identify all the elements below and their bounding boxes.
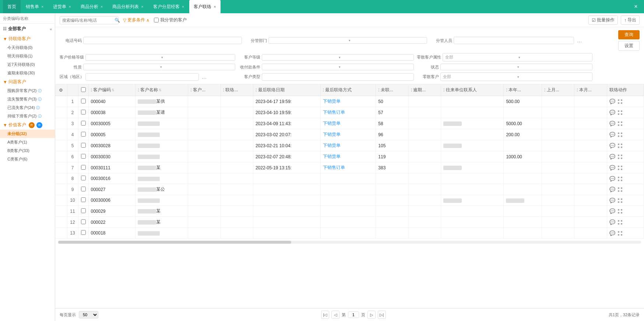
page-number-input[interactable] <box>348 311 359 318</box>
tab-product-analysis-close[interactable]: × <box>101 4 103 9</box>
filter-dept-select[interactable]: ▾ <box>268 37 427 44</box>
sidebar-item-class-a[interactable]: A类客户(1) <box>0 138 55 147</box>
more-filter-button[interactable]: ▽ 更多条件 ∧ <box>122 16 151 24</box>
th-partner-contact[interactable]: : 往来单位联系人 <box>441 84 504 96</box>
message-icon[interactable]: 💬 <box>609 132 615 137</box>
th-this-year[interactable]: : 本年... <box>504 84 542 96</box>
sidebar-group-value-customers[interactable]: ▼ 价值客户 R ⟳ <box>0 120 55 130</box>
tab-product-analysis-list-close[interactable]: × <box>141 4 143 9</box>
message-icon[interactable]: 💬 <box>609 121 615 126</box>
contact-type-link[interactable]: 下销货单 <box>323 121 341 126</box>
th-last-contact-date[interactable]: : 最后联络日期 <box>253 84 320 96</box>
grid-action-icon[interactable]: ​ <box>617 143 623 149</box>
row-checkbox[interactable] <box>81 187 86 191</box>
row-checkbox[interactable] <box>81 132 86 137</box>
th-customer-type[interactable]: : 客户... <box>188 84 221 96</box>
grid-action-icon[interactable]: ​ <box>617 230 623 236</box>
query-button[interactable]: 查询 <box>618 30 640 39</box>
sidebar-item-overdue-pending[interactable]: 逾期未联络(30) <box>0 69 55 77</box>
tab-customer-contact[interactable]: 客户联络 × <box>189 0 220 13</box>
tab-purchase-close[interactable]: × <box>68 4 71 9</box>
th-settings[interactable]: ⚙ <box>55 84 67 96</box>
tab-home[interactable]: 首页 <box>3 0 21 13</box>
grid-action-icon[interactable]: ​ <box>617 176 623 181</box>
message-icon[interactable]: 💬 <box>609 198 615 203</box>
search-input[interactable] <box>62 18 113 22</box>
row-checkbox[interactable] <box>81 99 86 103</box>
th-customer-name[interactable]: : 客户名称 ⇅ <box>136 84 188 96</box>
filter-retail-customer-select[interactable]: 全部 ▾ <box>440 73 592 81</box>
region-more-icon[interactable]: … <box>202 74 207 80</box>
row-checkbox[interactable] <box>81 176 86 180</box>
export-button[interactable]: ↑ 导出 <box>621 15 640 25</box>
tab-customer-contact-close[interactable]: × <box>214 4 216 9</box>
th-last-contact-type[interactable]: : 最后联络方式 <box>320 84 376 96</box>
message-icon[interactable]: 💬 <box>609 187 615 192</box>
more-options-icon[interactable]: … <box>577 38 582 43</box>
grid-action-icon[interactable]: ​ <box>617 110 623 116</box>
message-icon[interactable]: 💬 <box>609 230 615 236</box>
sidebar-item-today-pending[interactable]: 今天待联络(0) <box>0 43 55 52</box>
tab-sales-close[interactable]: × <box>41 4 43 9</box>
sidebar-all-customers[interactable]: ☷ 全部客户 « <box>0 24 55 34</box>
sidebar-item-ungroup[interactable]: 未分组(32) <box>0 130 55 138</box>
contact-type-link[interactable]: 下销货单 <box>323 143 341 148</box>
row-checkbox[interactable] <box>81 219 86 224</box>
filter-region-input[interactable] <box>85 73 199 81</box>
next-page-button[interactable]: ▷ <box>367 311 376 319</box>
message-icon[interactable]: 💬 <box>609 143 615 148</box>
grid-action-icon[interactable]: ​ <box>617 99 623 105</box>
contact-type-link[interactable]: 下销货单 <box>323 132 341 137</box>
sidebar-collapse-icon[interactable]: « <box>50 27 52 31</box>
my-customers-toggle[interactable]: 我分管的客户 <box>154 17 187 23</box>
sidebar-group-problem-customers[interactable]: ▼ 问题客户 <box>0 77 55 87</box>
grid-action-icon[interactable]: ​ <box>617 132 623 138</box>
sidebar-item-class-b[interactable]: B类客户(33) <box>0 147 55 155</box>
sidebar-item-lost[interactable]: 已流失客户(24) ⓘ <box>0 103 55 112</box>
tab-product-analysis-list[interactable]: 商品分析列表 × <box>108 0 148 13</box>
last-page-button[interactable]: ▷| <box>378 311 386 319</box>
row-checkbox[interactable] <box>81 197 86 202</box>
filter-retail-attr-select[interactable]: 全部 ▾ <box>443 53 592 61</box>
sidebar-item-loss-warning[interactable]: 流失预警客户(3) ⓘ <box>0 95 55 103</box>
message-icon[interactable]: 💬 <box>609 208 615 214</box>
th-checkbox[interactable] <box>78 84 88 96</box>
col-resize-handle[interactable] <box>134 84 135 96</box>
filter-status-select[interactable]: ▾ <box>440 64 592 70</box>
sidebar-item-abnormal-purchase[interactable]: 囤购异常客户(2) ⓘ <box>0 87 55 95</box>
sidebar-item-tomorrow-pending[interactable]: 明天待联络(1) <box>0 52 55 60</box>
message-icon[interactable]: 💬 <box>609 165 615 170</box>
filter-manager-input[interactable] <box>454 37 574 44</box>
grid-action-icon[interactable]: ​ <box>617 154 623 160</box>
row-checkbox[interactable] <box>81 121 86 126</box>
th-customer-code[interactable]: : 客户编码 ⇅ <box>88 84 136 96</box>
row-checkbox[interactable] <box>81 165 86 170</box>
message-icon[interactable]: 💬 <box>609 154 615 159</box>
grid-action-icon[interactable]: ​ <box>617 121 623 127</box>
tab-customer-seg-close[interactable]: × <box>182 4 184 9</box>
prev-page-button[interactable]: ◁ <box>331 311 339 319</box>
sidebar-group-pending-contact[interactable]: ▼ 待联络客户 <box>0 34 55 43</box>
filter-nature-select[interactable]: ▾ <box>83 64 235 70</box>
tab-purchase[interactable]: 进货单 × <box>49 0 75 13</box>
row-checkbox[interactable] <box>81 208 86 213</box>
th-not-contact[interactable]: : 未联... <box>376 84 408 96</box>
grid-action-icon[interactable]: ​ <box>617 165 623 171</box>
select-all-checkbox[interactable] <box>81 87 86 92</box>
th-this-month[interactable]: : 本月... <box>574 84 607 96</box>
contact-type-link[interactable]: 下销货单 <box>323 99 341 104</box>
my-customers-checkbox[interactable] <box>154 18 159 22</box>
contact-type-link[interactable]: 下销售订单 <box>323 165 345 170</box>
row-checkbox[interactable] <box>81 143 86 148</box>
message-icon[interactable]: 💬 <box>609 219 615 225</box>
th-overdue[interactable]: : 逾期... <box>408 84 441 96</box>
contact-type-link[interactable]: 下销售订单 <box>323 110 345 115</box>
first-page-button[interactable]: |◁ <box>321 311 329 319</box>
message-icon[interactable]: 💬 <box>609 176 615 181</box>
filter-payment-select[interactable]: ▾ <box>262 64 414 70</box>
sidebar-search-input[interactable] <box>3 16 54 21</box>
sidebar-item-week-pending[interactable]: 近7天待联络(0) <box>0 60 55 69</box>
batch-operation-button[interactable]: ☑ 批量操作 <box>588 15 618 25</box>
per-page-select[interactable]: 50 100 200 <box>79 311 98 318</box>
grid-action-icon[interactable]: ​ <box>617 187 623 193</box>
